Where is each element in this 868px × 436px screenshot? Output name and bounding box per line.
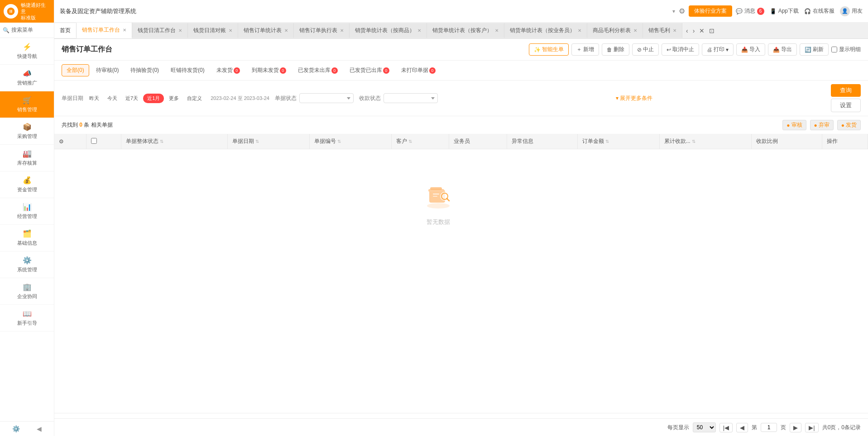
refresh-button[interactable]: 🔄 刷新 [800, 43, 829, 56]
sidebar-item-inventory[interactable]: 🏭 库存核算 [0, 145, 54, 171]
filter-tab-not-printed[interactable]: 未打印单据0 [396, 64, 441, 76]
add-button[interactable]: ＋ 新增 [571, 43, 599, 56]
delete-button[interactable]: 🗑 删除 [602, 43, 629, 56]
tab-sales-profit[interactable]: 销售毛利 ✕ [643, 23, 682, 38]
print-button[interactable]: 🖨 打印 ▾ [702, 43, 734, 56]
ship-action-button[interactable]: ● 发货 [837, 120, 861, 130]
sidebar-item-quick-nav[interactable]: ⚡ 快捷导航 [0, 38, 54, 65]
page-prev-button[interactable]: ◀ [736, 423, 748, 432]
payment-select[interactable] [384, 93, 438, 103]
import-button[interactable]: 📥 导入 [736, 43, 765, 56]
app-download-action[interactable]: 📱 App下载 [770, 7, 799, 15]
select-all-checkbox[interactable] [91, 138, 97, 144]
tab-close-sales-summary-staff[interactable]: ✕ [578, 28, 581, 33]
date-btn-yesterday[interactable]: 昨天 [86, 94, 102, 103]
tab-next-button[interactable]: › [691, 26, 697, 35]
empty-text: 暂无数据 [427, 218, 450, 226]
tab-close-cash-daily[interactable]: ✕ [178, 28, 182, 33]
review-action-button[interactable]: ● 审核 [782, 120, 806, 130]
tab-sales-summary-staff[interactable]: 销货单统计表（按业务员） ✕ [504, 23, 587, 38]
tab-close-sales-summary-customer[interactable]: ✕ [495, 28, 499, 33]
date-btn-1month[interactable]: 近1月 [143, 94, 164, 103]
col-customer[interactable]: 客户 ⇅ [391, 134, 449, 149]
horizontal-scrollbar[interactable] [54, 413, 868, 418]
cancel-stop-button[interactable]: ↩ 取消中止 [662, 43, 699, 56]
table-scroll[interactable]: ⚙ 单据整体状态 ⇅ 单据日期 ⇅ 单据编号 ⇅ [54, 134, 868, 413]
tab-close-sales-stat[interactable]: ✕ [284, 28, 288, 33]
sidebar-item-system[interactable]: ⚙️ 系统管理 [0, 251, 54, 278]
sort-icon-customer: ⇅ [408, 139, 412, 144]
date-btn-today[interactable]: 今天 [104, 94, 120, 103]
show-detail-checkbox-label[interactable]: 显示明细 [831, 46, 861, 53]
tab-home[interactable]: 首页 [54, 23, 77, 38]
tab-sales-order[interactable]: 销售订单工作台 ✕ [77, 23, 132, 38]
tab-sales-stat[interactable]: 销售订单统计表 ✕ [238, 23, 294, 38]
status-select[interactable] [299, 93, 354, 103]
page-first-button[interactable]: |◀ [719, 423, 733, 432]
filter-tab-pending-inspect[interactable]: 待抽验货(0) [125, 64, 164, 76]
tab-cash-reconcile[interactable]: 钱货日清对账 ✕ [188, 23, 238, 38]
date-btn-7days[interactable]: 近7天 [122, 94, 141, 103]
stop-button[interactable]: ⊘ 中止 [632, 43, 659, 56]
tab-sales-exec[interactable]: 销售订单执行表 ✕ [294, 23, 350, 38]
sidebar-item-purchase[interactable]: 📦 采购管理 [0, 118, 54, 145]
collapse-icon[interactable]: ◀ [37, 425, 42, 432]
tab-sales-summary-customer[interactable]: 销货单统计表（按客户） ✕ [427, 23, 504, 38]
tab-expand-button[interactable]: ⊡ [707, 26, 716, 35]
online-service-action[interactable]: 🎧 在线客服 [804, 7, 834, 15]
filter-tab-wangpu[interactable]: 旺铺待发货(0) [166, 64, 210, 76]
filter-tab-pending-review[interactable]: 待审核(0) [91, 64, 124, 76]
page-last-button[interactable]: ▶| [805, 423, 818, 432]
show-detail-checkbox[interactable] [831, 47, 837, 52]
col-date[interactable]: 单据日期 ⇅ [228, 134, 310, 149]
filter-tab-all[interactable]: 全部(0) [62, 64, 89, 76]
col-settings[interactable]: ⚙ [54, 134, 86, 149]
tab-close-goods-margin[interactable]: ✕ [633, 28, 637, 33]
tab-goods-margin[interactable]: 商品毛利分析表 ✕ [587, 23, 643, 38]
user-action[interactable]: 👤 用友 [840, 6, 863, 16]
filter-tab-expired[interactable]: 到期未发货0 [247, 64, 291, 76]
message-action[interactable]: 💬 消息 6 [736, 7, 764, 15]
sidebar-item-guide[interactable]: 📖 新手引导 [0, 305, 54, 332]
col-amount[interactable]: 订单金额 ⇅ [577, 134, 659, 149]
filter-tab-shipped-not-in[interactable]: 已发货未出库0 [293, 64, 343, 76]
tab-close-cash-reconcile[interactable]: ✕ [229, 28, 232, 33]
sidebar-item-finance[interactable]: 💰 资金管理 [0, 171, 54, 198]
tab-sales-summary-product[interactable]: 销货单统计表（按商品） ✕ [350, 23, 427, 38]
tab-cash-daily[interactable]: 钱货日清工作台 ✕ [132, 23, 188, 38]
tab-close-sales-exec[interactable]: ✕ [340, 28, 344, 33]
page-next-button[interactable]: ▶ [790, 423, 801, 432]
industry-solution-button[interactable]: 体验行业方案 [689, 5, 732, 17]
sidebar-item-marketing[interactable]: 📣 营销推广 [0, 65, 54, 91]
col-checkbox-header[interactable] [86, 134, 121, 149]
settings-topbar-icon[interactable]: ⚙ [679, 7, 685, 15]
sidebar-item-enterprise[interactable]: 🏢 企业协同 [0, 278, 54, 305]
sidebar-item-base-info[interactable]: 🗂️ 基础信息 [0, 225, 54, 251]
col-abnormal: 异常信息 [507, 134, 577, 149]
tab-close-sales-profit[interactable]: ✕ [673, 28, 676, 33]
sidebar-item-operations[interactable]: 📊 经营管理 [0, 198, 54, 225]
date-btn-more[interactable]: 更多 [166, 94, 182, 103]
page-size-select[interactable]: 10 20 50 100 [693, 422, 716, 432]
tab-close-all-button[interactable]: ✕ [697, 26, 706, 35]
sidebar-search[interactable]: 🔍 搜索菜单 [0, 23, 54, 38]
ai-generate-button[interactable]: ✨ 智能生单 [529, 43, 569, 56]
dropdown-arrow-icon[interactable]: ▾ [672, 8, 675, 14]
cancel-review-action-button[interactable]: ● 弃审 [810, 120, 834, 130]
settings-bottom-icon[interactable]: ⚙️ [12, 425, 20, 432]
page-number-input[interactable] [761, 423, 777, 432]
set-button[interactable]: 设置 [831, 99, 861, 112]
tab-prev-button[interactable]: ‹ [684, 26, 690, 35]
expand-conditions-button[interactable]: ▾ 展开更多条件 [616, 95, 652, 102]
sidebar-item-sales[interactable]: 🛒 销售管理 [0, 91, 54, 118]
date-btn-custom[interactable]: 自定义 [184, 94, 205, 103]
col-collected[interactable]: 累计收款... ⇅ [659, 134, 752, 149]
tab-close-sales-order[interactable]: ✕ [123, 28, 126, 33]
export-button[interactable]: 📤 导出 [768, 43, 797, 56]
query-button[interactable]: 查询 [831, 84, 861, 97]
filter-tab-not-shipped[interactable]: 未发货0 [211, 64, 245, 76]
filter-tab-shipped-in[interactable]: 已发货已出库0 [345, 64, 394, 76]
col-number[interactable]: 单据编号 ⇅ [310, 134, 392, 149]
col-status[interactable]: 单据整体状态 ⇅ [121, 134, 228, 149]
tab-close-sales-summary-product[interactable]: ✕ [417, 28, 421, 33]
